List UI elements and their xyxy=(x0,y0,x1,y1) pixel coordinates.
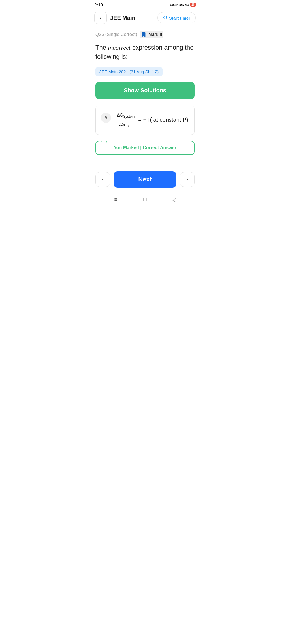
page-title: JEE Main xyxy=(110,15,135,21)
menu-button[interactable]: ≡ xyxy=(112,196,120,204)
forward-icon: › xyxy=(186,176,188,183)
back-icon: ‹ xyxy=(100,15,101,21)
forward-button[interactable]: › xyxy=(180,172,195,187)
signal-strength: 4G xyxy=(185,3,189,7)
option-a-card[interactable]: A ΔGSystem ΔSTotal = −T( at constant P) xyxy=(95,106,195,135)
battery-level: 16 xyxy=(190,3,196,7)
bottom-nav: ‹ Next › xyxy=(90,168,200,192)
prev-button[interactable]: ‹ xyxy=(95,172,110,187)
divider xyxy=(90,165,200,165)
timer-icon: ⏱ xyxy=(163,15,167,20)
question-highlight: incorrect xyxy=(108,44,131,51)
denominator-subscript: Total xyxy=(125,124,132,128)
option-a-label: A xyxy=(101,113,111,123)
timer-label: Start timer xyxy=(169,16,190,20)
status-time: 2:19 xyxy=(94,2,103,7)
question-label: Q26 (Single Correct) xyxy=(95,32,137,37)
start-timer-button[interactable]: ⏱ Start timer xyxy=(157,12,196,23)
header: ‹ JEE Main ⏱ Start timer xyxy=(90,8,200,27)
marked-correct-bar: You Marked | Correct Answer xyxy=(95,141,195,155)
question-meta: Q26 (Single Correct) Mark It xyxy=(95,31,195,38)
show-solutions-button[interactable]: Show Solutions xyxy=(95,82,195,99)
option-a-expression: ΔGSystem ΔSTotal = −T( at constant P) xyxy=(116,112,189,129)
question-text: The incorrect expression among the follo… xyxy=(95,43,195,61)
status-icons: 0.03 KB/S 4G 16 xyxy=(169,3,196,7)
back-system-button[interactable]: ◁ xyxy=(170,196,178,204)
next-button[interactable]: Next xyxy=(114,171,176,188)
bookmark-icon xyxy=(140,31,147,38)
option-a-content: ΔGSystem ΔSTotal = −T( at constant P) xyxy=(116,112,189,129)
numerator-subscript: System xyxy=(123,115,135,119)
status-bar: 2:19 0.03 KB/S 4G 16 xyxy=(90,0,200,8)
data-speed: 0.03 KB/S xyxy=(169,3,184,7)
main-content: Q26 (Single Correct) Mark It The incorre… xyxy=(90,27,200,163)
prev-icon: ‹ xyxy=(102,176,104,183)
fraction-display: ΔGSystem ΔSTotal xyxy=(116,112,136,129)
source-tag: JEE Main 2021 (31 Aug Shift 2) xyxy=(95,67,163,76)
system-nav: ≡ □ ◁ xyxy=(90,192,200,210)
mark-it-label: Mark It xyxy=(148,32,162,37)
mark-it-button[interactable]: Mark It xyxy=(140,31,163,38)
home-button[interactable]: □ xyxy=(141,196,149,204)
fraction-numerator: ΔGSystem xyxy=(116,112,136,120)
fraction-denominator: ΔSTotal xyxy=(118,120,133,129)
back-button[interactable]: ‹ xyxy=(94,12,107,24)
option-a-text: = −T( at constant P) xyxy=(138,117,188,123)
question-prefix: The xyxy=(95,44,108,51)
